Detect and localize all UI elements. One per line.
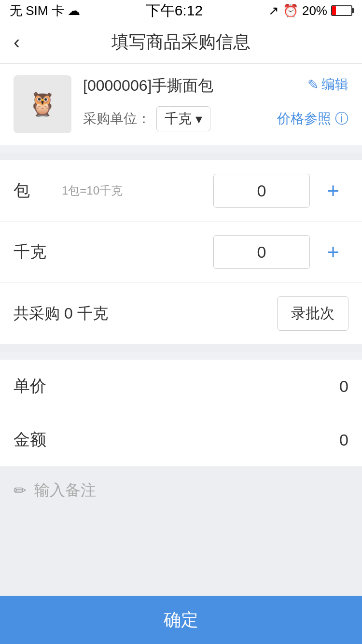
product-second-row: 采购单位： 千克 ▾ 价格参照 ⓘ bbox=[83, 106, 348, 131]
section-divider-2 bbox=[0, 344, 362, 352]
status-right: ↗ ⏰ 20% bbox=[268, 3, 352, 18]
unit-dropdown[interactable]: 千克 ▾ bbox=[156, 106, 210, 131]
unit-price-row: 单价 0 bbox=[0, 360, 362, 413]
alarm-icon: ⏰ bbox=[283, 3, 298, 18]
product-card: 🦉 [0000006]手撕面包 ✎ 编辑 采购单位： 千克 ▾ bbox=[0, 64, 362, 145]
status-time: 下午6:12 bbox=[146, 1, 203, 21]
amount-label: 金额 bbox=[14, 429, 46, 451]
unit-value: 千克 bbox=[165, 110, 192, 128]
status-left: 无 SIM 卡 ☁ bbox=[10, 2, 80, 19]
kg-field-wrap: 0 + bbox=[62, 235, 348, 269]
page-title: 填写商品采购信息 bbox=[111, 30, 251, 54]
info-section: 单价 0 金额 0 bbox=[0, 360, 362, 466]
product-logo: 🦉 bbox=[28, 91, 57, 118]
section-divider-1 bbox=[0, 153, 362, 160]
price-ref-button[interactable]: 价格参照 ⓘ bbox=[277, 110, 348, 128]
back-button[interactable]: ‹ bbox=[14, 31, 20, 53]
product-header: [0000006]手撕面包 ✎ 编辑 bbox=[83, 75, 348, 97]
status-bar: 无 SIM 卡 ☁ 下午6:12 ↗ ⏰ 20% bbox=[0, 0, 362, 21]
bao-plus-button[interactable]: + bbox=[318, 175, 348, 206]
kg-label: 千克 bbox=[14, 241, 52, 263]
product-info: [0000006]手撕面包 ✎ 编辑 采购单位： 千克 ▾ 价格参照 ⓘ bbox=[83, 75, 348, 131]
battery-text: 20% bbox=[302, 3, 327, 18]
product-name: [0000006]手撕面包 bbox=[83, 75, 213, 97]
total-value: 0 bbox=[64, 305, 73, 322]
unit-prefix-label: 采购单位： bbox=[83, 110, 151, 128]
unit-price-value: 0 bbox=[339, 377, 348, 396]
kg-input-row: 千克 0 + bbox=[0, 222, 362, 283]
confirm-button[interactable]: 确定 bbox=[0, 596, 362, 644]
remarks-placeholder: 输入备注 bbox=[34, 480, 96, 501]
battery-icon bbox=[331, 5, 352, 16]
bao-input-row: 包 1包=10千克 0 + bbox=[0, 160, 362, 222]
pencil-icon: ✏ bbox=[14, 481, 27, 500]
batch-button[interactable]: 录批次 bbox=[277, 296, 348, 331]
nav-bar: ‹ 填写商品采购信息 bbox=[0, 21, 362, 64]
product-image: 🦉 bbox=[14, 75, 71, 133]
bao-label: 包 bbox=[14, 180, 52, 202]
info-icon: ⓘ bbox=[335, 110, 348, 128]
dropdown-arrow-icon: ▾ bbox=[195, 111, 202, 127]
bao-field-wrap: 0 + bbox=[132, 174, 348, 208]
edit-icon: ✎ bbox=[307, 77, 319, 93]
amount-value: 0 bbox=[339, 431, 348, 449]
bao-input[interactable]: 0 bbox=[213, 174, 310, 208]
edit-button[interactable]: ✎ 编辑 bbox=[307, 75, 348, 94]
bao-sublabel: 1包=10千克 bbox=[62, 183, 123, 198]
total-row: 共采购 0 千克 录批次 bbox=[0, 283, 362, 344]
amount-row: 金额 0 bbox=[0, 413, 362, 466]
product-unit: 采购单位： 千克 ▾ bbox=[83, 106, 210, 131]
price-ref-label: 价格参照 bbox=[277, 110, 331, 128]
remarks-section[interactable]: ✏ 输入备注 bbox=[0, 466, 362, 515]
total-text: 共采购 0 千克 bbox=[14, 303, 108, 324]
gps-icon: ↗ bbox=[268, 3, 279, 18]
sim-status: 无 SIM 卡 ☁ bbox=[10, 2, 80, 19]
kg-input[interactable]: 0 bbox=[213, 235, 310, 269]
unit-price-label: 单价 bbox=[14, 375, 46, 397]
kg-plus-button[interactable]: + bbox=[318, 237, 348, 267]
input-section: 包 1包=10千克 0 + 千克 0 + bbox=[0, 160, 362, 283]
